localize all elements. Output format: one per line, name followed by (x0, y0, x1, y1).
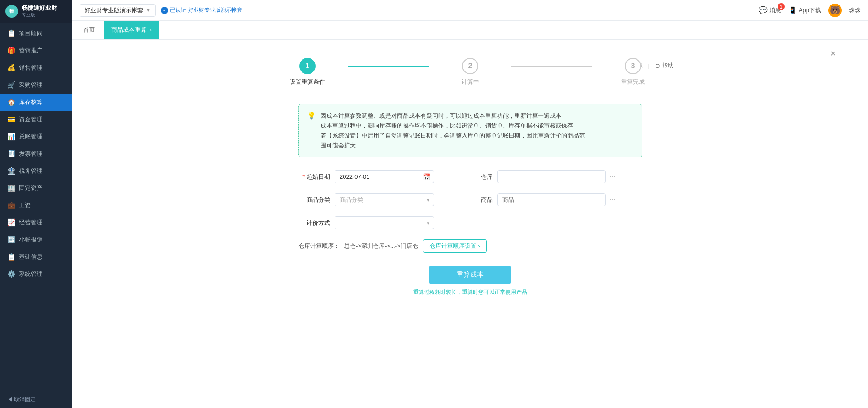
verified-text: 已认证 (170, 6, 186, 14)
sidebar-item-label: 小畅报销 (19, 236, 42, 244)
form-group-goods: 商品 ··· (479, 193, 642, 206)
notice-line-4: 围可能会扩大 (321, 141, 585, 151)
sidebar-item-marketing[interactable]: 🎁 营销推广 (0, 42, 72, 59)
sidebar-item-label: 工资 (19, 201, 31, 209)
sidebar-item-accounting[interactable]: 📊 总账管理 (0, 128, 72, 145)
marketing-icon: 🎁 (7, 47, 15, 55)
sidebar-item-label: 总账管理 (19, 133, 42, 141)
inventory-icon: 🏠 (7, 98, 15, 106)
step-2-number: 2 (468, 62, 472, 70)
sidebar-item-label: 基础信息 (19, 253, 42, 261)
goods-label: 商品 (479, 196, 497, 204)
step-3-number: 3 (631, 62, 635, 70)
sidebar-item-fixed-assets[interactable]: 🏢 固定资产 (0, 180, 72, 197)
recalc-btn-label: 重算成本 (457, 270, 484, 278)
maximize-window-button[interactable]: ⛶ (844, 47, 857, 60)
form-area: 起始日期 📅 仓库 ··· 商品分类 (298, 170, 642, 296)
step-1: 1 设置重算条件 (267, 58, 348, 86)
close-icon: ✕ (830, 49, 836, 58)
sidebar-item-system[interactable]: ⚙️ 系统管理 (0, 266, 72, 283)
sidebar-item-salary[interactable]: 💼 工资 (0, 197, 72, 214)
warehouse-label: 仓库 (479, 173, 497, 181)
notice-text: 因成本计算参数调整、或是对商品成本有疑问时，可以通过成本重算功能，重新计算一遍成… (321, 111, 585, 151)
sidebar-item-sales[interactable]: 💰 销售管理 (0, 59, 72, 76)
accounting-icon: 📊 (7, 133, 15, 141)
tab-goods-cost-recalc[interactable]: 商品成本重算 × (104, 21, 159, 39)
warehouse-input[interactable] (497, 170, 606, 183)
close-window-button[interactable]: ✕ (826, 47, 839, 60)
pricing-select[interactable] (335, 216, 434, 229)
sidebar-item-label: 经营管理 (19, 218, 42, 227)
app-download-button[interactable]: 📱 App下载 (788, 6, 821, 14)
expense-icon: 🔄 (7, 236, 15, 244)
main-content: 好业财专业版演示帐套 ▼ ✓ 已认证 好业财专业版演示帐套 💬 消息 1 📱 A… (72, 0, 868, 408)
help-link[interactable]: ⊙ 帮助 (655, 62, 674, 70)
sidebar-item-tax[interactable]: 🏦 税务管理 (0, 162, 72, 180)
calendar-icon[interactable]: 📅 (423, 173, 430, 180)
form-group-date: 起始日期 📅 (298, 170, 461, 183)
sidebar-item-label: 税务管理 (19, 167, 42, 175)
sidebar-item-procurement[interactable]: 🛒 采购管理 (0, 76, 72, 94)
invoice-icon: 🧾 (7, 150, 15, 158)
sidebar-item-label: 项目顾问 (19, 29, 42, 38)
finance-icon: 💳 (7, 115, 15, 123)
sidebar-item-invoice[interactable]: 🧾 发票管理 (0, 145, 72, 162)
sidebar-item-finance[interactable]: 💳 资金管理 (0, 111, 72, 128)
app-subtitle: 专业版 (22, 12, 57, 18)
recalc-button[interactable]: 重算成本 (429, 266, 511, 284)
sidebar-item-label: 库存核算 (19, 98, 42, 106)
step-1-label: 设置重算条件 (290, 78, 325, 86)
form-row-category-goods: 商品分类 商品分类 ▼ 商品 ··· (298, 193, 642, 206)
topbar-actions: 💬 消息 1 📱 App下载 🐻 珠珠 (759, 4, 861, 17)
goods-input[interactable] (497, 193, 606, 206)
sidebar-item-label: 营销推广 (19, 47, 42, 55)
sidebar-item-project-advisor[interactable]: 📋 项目顾问 (0, 25, 72, 42)
account-subtitle: 好业财专业版演示帐套 (188, 6, 242, 14)
goods-dots-button[interactable]: ··· (606, 196, 619, 204)
app-logo-icon: 畅 (5, 5, 18, 18)
step-1-circle: 1 (299, 58, 316, 74)
category-select[interactable]: 商品分类 (335, 193, 434, 206)
warehouse-order-value: 总仓->深圳仓库->...->门店仓 (344, 242, 418, 250)
tax-icon: 🏦 (7, 167, 15, 175)
verified-badge: ✓ 已认证 好业财专业版演示帐套 (161, 6, 242, 14)
warehouse-dots-button[interactable]: ··· (606, 173, 619, 181)
warehouse-order-settings-button[interactable]: 仓库计算顺序设置 › (423, 239, 487, 253)
account-name: 好业财专业版演示帐套 (85, 6, 143, 14)
start-date-input[interactable] (335, 170, 434, 183)
tab-home[interactable]: 首页 (76, 21, 102, 39)
account-selector[interactable]: 好业财专业版演示帐套 ▼ (80, 4, 156, 17)
category-select-wrapper: 商品分类 ▼ (335, 193, 434, 206)
avatar-icon: 🐻 (830, 5, 840, 15)
warehouse-order-prefix: 仓库计算顺序： (298, 242, 340, 250)
step-2-circle: 2 (462, 58, 478, 74)
user-avatar[interactable]: 🐻 (828, 4, 842, 17)
topbar: 好业财专业版演示帐套 ▼ ✓ 已认证 好业财专业版演示帐套 💬 消息 1 📱 A… (72, 0, 868, 21)
system-icon: ⚙️ (7, 270, 15, 278)
sidebar-footer-unpin[interactable]: ◀ 取消固定 (0, 391, 72, 408)
operations-icon: 📈 (7, 218, 15, 227)
sidebar-item-basic-info[interactable]: 📋 基础信息 (0, 248, 72, 266)
start-date-label: 起始日期 (298, 173, 335, 181)
step-2: 2 计算中 (429, 58, 511, 86)
step-3-circle: 3 (625, 58, 641, 74)
sidebar-item-label: 发票管理 (19, 150, 42, 158)
page-content: ✕ ⛶ 1 设置重算条件 2 计算中 (72, 40, 868, 408)
step-3-label: 重算完成 (621, 78, 645, 86)
sidebar-item-operations[interactable]: 📈 经营管理 (0, 214, 72, 231)
notice-line-1: 因成本计算参数调整、或是对商品成本有疑问时，可以通过成本重算功能，重新计算一遍成… (321, 111, 585, 121)
step-2-label: 计算中 (462, 78, 479, 86)
message-button[interactable]: 💬 消息 1 (759, 6, 781, 14)
app-download-label: App下载 (799, 6, 821, 14)
sidebar-item-label: 系统管理 (19, 270, 42, 278)
sidebar-item-expense[interactable]: 🔄 小畅报销 (0, 231, 72, 248)
tab-close-icon[interactable]: × (149, 27, 152, 33)
user-name: 珠珠 (849, 6, 861, 14)
salary-icon: 💼 (7, 201, 15, 209)
form-row-date-warehouse: 起始日期 📅 仓库 ··· (298, 170, 642, 183)
message-badge: 1 (778, 3, 785, 10)
tab-active-label: 商品成本重算 (111, 26, 146, 34)
maximize-icon: ⛶ (847, 49, 854, 57)
sidebar-item-inventory[interactable]: 🏠 库存核算 (0, 94, 72, 111)
sidebar-item-label: 固定资产 (19, 184, 42, 192)
